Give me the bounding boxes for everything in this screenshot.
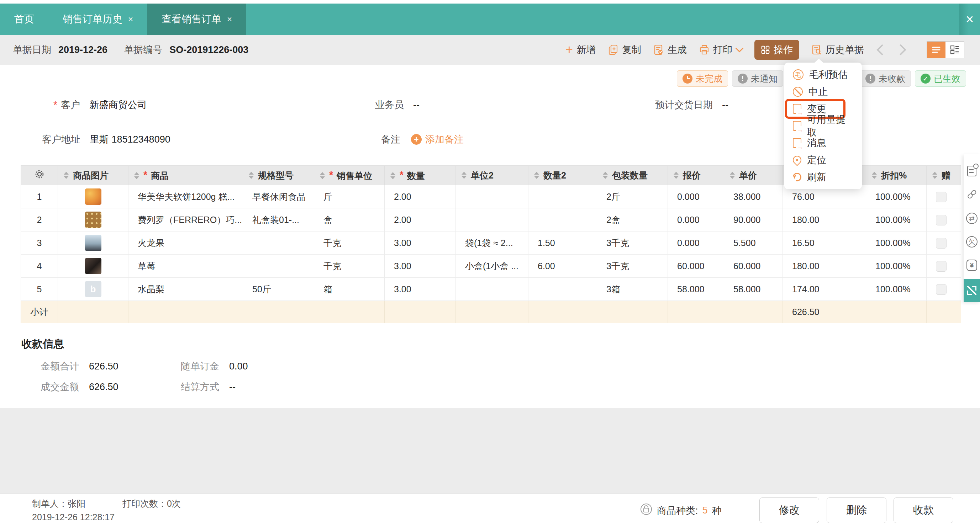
card-view-button[interactable] [945,41,964,58]
sort-icon[interactable] [674,172,679,179]
sort-up-icon[interactable] [320,172,325,175]
check-icon: ✓ [921,74,931,84]
sort-down-icon[interactable] [603,176,608,179]
chevron-left-icon[interactable] [877,44,888,55]
sort-icon[interactable] [134,172,139,179]
column-settings-header[interactable] [21,166,58,185]
generate-button[interactable]: 生成 [653,43,687,56]
menu-item-2[interactable]: 中止 [784,83,862,100]
sort-up-icon[interactable] [872,172,877,175]
column-header-折扣%[interactable]: 折扣% [866,166,927,185]
list-view-button[interactable] [927,41,945,58]
gift-checkbox[interactable] [936,261,947,272]
sort-up-icon[interactable] [603,172,608,175]
sort-down-icon[interactable] [134,176,139,179]
sort-icon[interactable] [730,172,735,179]
sort-down-icon[interactable] [932,176,937,179]
sort-down-icon[interactable] [461,176,466,179]
sort-down-icon[interactable] [64,176,69,179]
sort-icon[interactable] [932,172,937,179]
chevron-down-icon[interactable] [735,44,744,52]
collect-payment-button[interactable]: 收款 [894,497,953,523]
sort-icon[interactable] [64,172,69,179]
column-header-数量2[interactable]: 数量2 [528,166,597,185]
gift-checkbox[interactable] [936,284,947,295]
menu-item-label: 刷新 [807,171,826,184]
column-header-包装数量[interactable]: 包装数量 [597,166,668,185]
sort-icon[interactable] [390,172,395,179]
close-icon[interactable]: × [959,3,980,35]
sort-up-icon[interactable] [534,172,539,175]
menu-item-7[interactable]: 刷新 [784,168,862,186]
column-header-单价[interactable]: 单价 [724,166,783,185]
add-button[interactable]: + 新增 [565,43,596,56]
row-index: 3 [21,232,58,255]
menu-item-4[interactable]: 可用量提取 [784,117,862,135]
status-badge-label: 已生效 [934,73,961,85]
subtotal-empty-cell [668,301,724,323]
sort-icon[interactable] [320,172,325,179]
rail-button-price-tag[interactable]: ¥ [964,254,980,277]
column-header-销售单位[interactable]: *销售单位 [314,166,385,185]
column-header-商品图片[interactable]: 商品图片 [58,166,129,185]
sort-icon[interactable] [872,172,877,179]
add-note-button[interactable]: + 添加备注 [411,133,464,146]
operations-button[interactable]: 操作 [754,40,799,60]
sort-down-icon[interactable] [534,176,539,179]
sort-up-icon[interactable] [134,172,139,175]
sort-up-icon[interactable] [249,172,254,175]
row-index: 2 [21,208,58,232]
tab-close-icon[interactable]: × [128,14,133,24]
menu-item-1[interactable]: 毛毛利预估 [784,66,862,83]
copy-button[interactable]: 复制 [608,43,641,56]
subtotal-label: 小计 [21,301,58,323]
gear-icon[interactable] [33,172,46,182]
sort-up-icon[interactable] [64,172,69,175]
sort-up-icon[interactable] [461,172,466,175]
gift-checkbox[interactable] [936,215,947,225]
chevron-right-icon[interactable] [895,44,906,55]
sort-down-icon[interactable] [390,176,395,179]
sort-down-icon[interactable] [730,176,735,179]
sort-up-icon[interactable] [390,172,395,175]
tab-close-icon[interactable]: × [227,14,232,24]
rail-button-link[interactable] [964,183,980,206]
sort-icon[interactable] [603,172,608,179]
column-header-报价[interactable]: 报价 [668,166,724,185]
column-header-规格型号[interactable]: 规格型号 [243,166,314,185]
sort-down-icon[interactable] [249,176,254,179]
column-header-赠[interactable]: 赠 [927,166,961,185]
expand-table-button[interactable] [964,279,980,302]
delete-button[interactable]: 删除 [827,497,886,523]
column-label: 报价 [683,170,701,180]
sort-up-icon[interactable] [730,172,735,175]
toolbar-actions: + 新增 复制 生成 打印 操作 历史单据 [565,40,964,60]
gift-checkbox[interactable] [936,192,947,202]
sort-down-icon[interactable] [674,176,679,179]
column-header-数量[interactable]: *数量 [385,166,456,185]
sort-icon[interactable] [461,172,466,179]
tab-home[interactable]: 首页 [0,3,48,35]
tab-sales-order-history[interactable]: 销售订单历史 × [48,3,147,35]
sort-icon[interactable] [249,172,254,179]
menu-item-6[interactable]: 定位 [784,151,862,168]
rail-button-debt[interactable]: 欠 [964,230,980,254]
sort-icon[interactable] [534,172,539,179]
sort-down-icon[interactable] [872,176,877,179]
column-header-单位2[interactable]: 单位2 [456,166,528,185]
cell: 3.00 [385,278,456,301]
print-button[interactable]: 打印 [699,43,742,56]
sort-up-icon[interactable] [674,172,679,175]
column-header-商品[interactable]: *商品 [129,166,243,185]
cell: 100.00% [866,278,927,301]
edit-button[interactable]: 修改 [759,497,819,523]
rail-button-doc-clock[interactable] [964,159,980,183]
rail-button-transfer[interactable]: ⇄ [964,206,980,230]
sort-up-icon[interactable] [932,172,937,175]
sort-down-icon[interactable] [320,176,325,179]
gift-checkbox[interactable] [936,238,947,249]
doc-arrow-icon [793,104,801,114]
tab-view-sales-order[interactable]: 查看销售订单 × [147,3,246,35]
menu-item-5[interactable]: 消息 [784,135,862,151]
history-orders-button[interactable]: 历史单据 [811,43,864,56]
